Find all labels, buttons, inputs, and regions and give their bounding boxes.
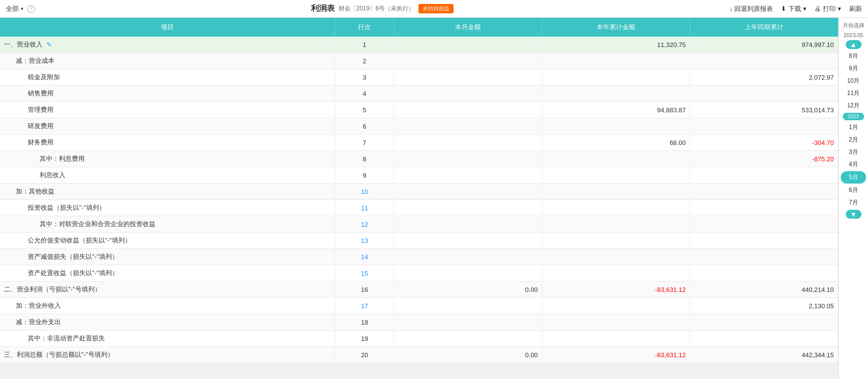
month-item-3[interactable]: 3月 xyxy=(839,146,868,158)
cell-year xyxy=(542,249,690,265)
cell-month xyxy=(394,314,542,331)
month-item-2[interactable]: 2月 xyxy=(839,134,868,146)
download-button[interactable]: ⬇ 下载 ▾ xyxy=(781,4,807,13)
month-item-1[interactable]: 1月 xyxy=(839,121,868,134)
page-title: 利润表 xyxy=(311,3,335,14)
cell-row-num: 20 xyxy=(335,347,394,363)
cell-year: 94,883.87 xyxy=(542,102,690,118)
cell-row-num[interactable]: 12 xyxy=(335,216,394,233)
cell-prev: 2,072.97 xyxy=(690,69,838,86)
cell-row-num[interactable]: 15 xyxy=(335,265,394,282)
cell-month xyxy=(394,216,542,233)
month-item-10[interactable]: 10月 xyxy=(839,75,868,87)
cell-row-num: 2 xyxy=(335,53,394,69)
year-badge: 2023 xyxy=(843,113,864,120)
cell-item: 加：其他收益 xyxy=(0,184,335,200)
cell-item: 资产处置收益（损失以"-"填列） xyxy=(0,265,335,282)
cell-item: 减：营业成本 xyxy=(0,53,335,69)
cell-prev xyxy=(690,233,838,249)
cell-year xyxy=(542,184,690,200)
month-item-11[interactable]: 11月 xyxy=(839,87,868,99)
print-arrow: ▾ xyxy=(838,5,841,12)
month-up-button[interactable]: ▲ xyxy=(846,40,862,49)
cell-month xyxy=(394,249,542,265)
cell-row-num: 1 xyxy=(335,37,394,53)
month-item-6[interactable]: 6月 xyxy=(839,184,868,196)
top-bar-left: 全部 ▾ ? xyxy=(6,4,35,13)
cell-month: 0.00 xyxy=(394,282,542,298)
cell-row-num: 4 xyxy=(335,86,394,102)
cell-month xyxy=(394,184,542,200)
cell-row-num: 19 xyxy=(335,331,394,347)
cell-prev: 440,214.10 xyxy=(690,282,838,298)
month-item-9[interactable]: 9月 xyxy=(839,62,868,75)
cell-month xyxy=(394,200,542,216)
cell-row-num[interactable]: 11 xyxy=(335,200,394,216)
page-subtitle: 财会〔2019〕6号（未执行） xyxy=(339,4,414,13)
header-row-num: 行次 xyxy=(335,18,394,37)
cell-item: 税金及附加 xyxy=(0,69,335,86)
cell-year: 11,320.75 xyxy=(542,37,690,53)
table-header-row: 项目 行次 本月金额 本年累计金额 上年同期累计 xyxy=(0,18,838,37)
header-year: 本年累计金额 xyxy=(542,18,690,37)
cell-row-num[interactable]: 10 xyxy=(335,184,394,200)
cell-prev: 974,997.10 xyxy=(690,37,838,53)
cell-month xyxy=(394,102,542,118)
cell-month xyxy=(394,167,542,184)
profit-table: 项目 行次 本月金额 本年累计金额 上年同期累计 一、营业收入✎111,320.… xyxy=(0,18,838,363)
main-container: 项目 行次 本月金额 本年累计金额 上年同期累计 一、营业收入✎111,320.… xyxy=(0,18,868,379)
cell-month xyxy=(394,37,542,53)
help-icon[interactable]: ? xyxy=(27,5,35,13)
table-row: 资产减值损失（损失以"-"填列）14 xyxy=(0,249,838,265)
scope-dropdown[interactable]: 全部 ▾ xyxy=(6,4,23,13)
cell-year xyxy=(542,233,690,249)
cell-month xyxy=(394,118,542,135)
refresh-button[interactable]: 刷新 xyxy=(849,4,862,13)
side-title: 月份选择 xyxy=(843,20,865,31)
cell-item: 资产减值损失（损失以"-"填列） xyxy=(0,249,335,265)
dropdown-arrow: ▾ xyxy=(21,6,23,11)
cell-row-num[interactable]: 17 xyxy=(335,298,394,314)
edit-icon[interactable]: ✎ xyxy=(47,41,51,48)
cell-prev: 2,130.05 xyxy=(690,298,838,314)
back-button[interactable]: ↓ 回退到原报表 xyxy=(729,4,773,13)
cell-year xyxy=(542,118,690,135)
month-item-8[interactable]: 8月 xyxy=(839,50,868,62)
cell-row-num: 8 xyxy=(335,151,394,167)
top-bar: 全部 ▾ ? 利润表 财会〔2019〕6号（未执行） 未结转损益 ↓ 回退到原报… xyxy=(0,0,868,18)
cell-year xyxy=(542,331,690,347)
cell-item: 其中：对联营企业和合营企业的投资收益 xyxy=(0,216,335,233)
table-row: 加：其他收益10 xyxy=(0,184,838,200)
cell-item: 财务费用 xyxy=(0,135,335,151)
cell-year xyxy=(542,86,690,102)
month-down-button[interactable]: ▼ xyxy=(846,210,862,219)
cell-item: 一、营业收入✎ xyxy=(0,37,335,53)
cell-row-num: 3 xyxy=(335,69,394,86)
month-item-12[interactable]: 12月 xyxy=(839,99,868,112)
month-item-4[interactable]: 4月 xyxy=(839,158,868,171)
cell-prev: 533,014.73 xyxy=(690,102,838,118)
cell-prev xyxy=(690,53,838,69)
table-row: 管理费用594,883.87533,014.73 xyxy=(0,102,838,118)
cell-year xyxy=(542,69,690,86)
cell-item: 加：营业外收入 xyxy=(0,298,335,314)
cell-prev: 442,344.15 xyxy=(690,347,838,363)
status-badge[interactable]: 未结转损益 xyxy=(418,4,454,13)
month-item-7[interactable]: 7月 xyxy=(839,196,868,209)
cell-row-num[interactable]: 13 xyxy=(335,233,394,249)
print-button[interactable]: 🖨 打印 ▾ xyxy=(815,4,841,13)
cell-item: 三、利润总额（亏损总额以"-"号填列） xyxy=(0,347,335,363)
cell-year xyxy=(542,265,690,282)
cell-month xyxy=(394,53,542,69)
header-month: 本月金额 xyxy=(394,18,542,37)
cell-row-num[interactable]: 14 xyxy=(335,249,394,265)
cell-item: 其中：利息费用 xyxy=(0,151,335,167)
month-item-5[interactable]: 5月 xyxy=(841,171,866,184)
table-row: 其中：非流动资产处置损失19 xyxy=(0,331,838,347)
download-icon: ⬇ xyxy=(781,5,786,12)
month-navigation: ▲ 8月 9月 10月 11月 12月 2023 1月 2月 3月 4月 5月 … xyxy=(839,39,868,220)
table-row: 税金及附加32,072.97 xyxy=(0,69,838,86)
table-row: 财务费用768.00-304.70 xyxy=(0,135,838,151)
cell-item: 利息收入 xyxy=(0,167,335,184)
cell-prev xyxy=(690,249,838,265)
